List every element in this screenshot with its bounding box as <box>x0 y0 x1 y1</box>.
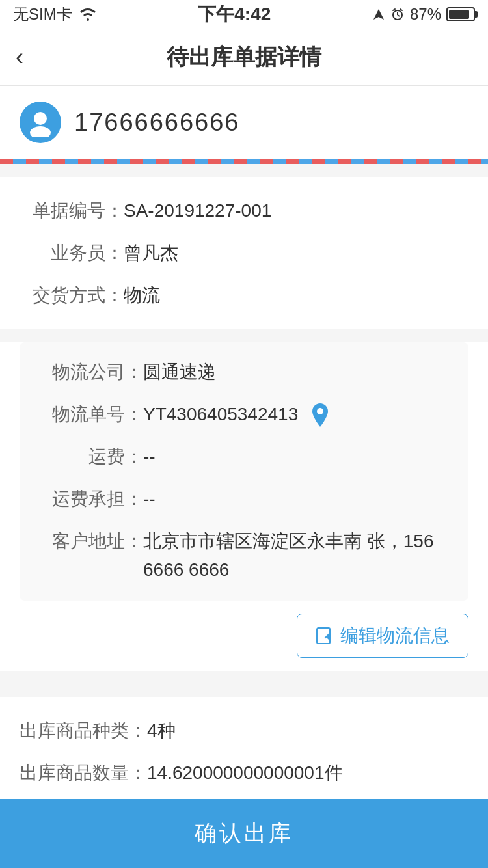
freight-bearer-label: 运费承担： <box>39 485 143 514</box>
logistics-company-value: 圆通速递 <box>143 358 449 387</box>
page-title: 待出库单据详情 <box>167 42 321 72</box>
logistics-tracking-row: 物流单号： YT4306405342413 <box>39 400 449 429</box>
edit-logistics-label: 编辑物流信息 <box>340 623 450 648</box>
confirm-button[interactable]: 确认出库 <box>20 819 468 848</box>
edit-icon <box>316 627 334 645</box>
svg-point-5 <box>317 408 323 414</box>
address-value: 北京市市辖区海淀区永丰南 张，156 6666 6666 <box>143 527 449 586</box>
nav-bar: ‹ 待出库单据详情 <box>0 29 488 86</box>
order-number-value: SA-20191227-001 <box>124 197 468 226</box>
svg-line-2 <box>398 15 400 16</box>
delivery-method-row: 交货方式： 物流 <box>20 281 468 310</box>
goods-types-label: 出库商品种类： <box>20 716 147 746</box>
goods-types-row: 出库商品种类： 4种 <box>20 716 468 746</box>
address-row: 客户地址： 北京市市辖区海淀区永丰南 张，156 6666 6666 <box>39 527 449 586</box>
goods-types-value: 4种 <box>147 716 468 746</box>
goods-quantity-label: 出库商品数量： <box>20 759 147 788</box>
order-number-row: 单据编号： SA-20191227-001 <box>20 197 468 226</box>
address-label: 客户地址： <box>39 527 143 556</box>
delivery-method-value: 物流 <box>124 281 468 310</box>
goods-quantity-value: 14.620000000000001件 <box>147 759 468 788</box>
svg-point-3 <box>34 112 47 125</box>
status-bar: 无SIM卡 下午4:42 87% <box>0 0 488 29</box>
dashed-separator <box>0 159 488 164</box>
user-phone: 17666666666 <box>74 109 239 137</box>
location-icon <box>372 8 385 21</box>
order-info-section: 单据编号： SA-20191227-001 业务员： 曾凡杰 交货方式： 物流 <box>0 177 488 329</box>
logistics-card: 物流公司： 圆通速递 物流单号： YT4306405342413 <box>20 342 468 601</box>
sales-person-label: 业务员： <box>20 239 124 268</box>
edit-logistics-section: 编辑物流信息 <box>0 601 488 671</box>
back-button[interactable]: ‹ <box>16 44 23 71</box>
freight-bearer-value: -- <box>143 485 449 514</box>
freight-bearer-row: 运费承担： -- <box>39 485 449 514</box>
sales-person-value: 曾凡杰 <box>124 239 468 268</box>
alarm-icon <box>390 7 405 21</box>
avatar <box>20 102 61 143</box>
edit-logistics-button[interactable]: 编辑物流信息 <box>297 614 468 658</box>
delivery-method-label: 交货方式： <box>20 281 124 310</box>
status-left: 无SIM卡 <box>13 4 97 25</box>
battery-icon <box>446 7 475 21</box>
status-time: 下午4:42 <box>198 2 271 27</box>
logistics-tracking-label: 物流单号： <box>39 400 143 429</box>
battery-percentage: 87% <box>410 5 441 23</box>
logistics-tracking-value: YT4306405342413 <box>143 400 449 429</box>
map-pin-icon[interactable] <box>308 403 332 427</box>
goods-section: 出库商品种类： 4种 出库商品数量： 14.620000000000001件 <box>0 697 488 807</box>
goods-quantity-row: 出库商品数量： 14.620000000000001件 <box>20 759 468 788</box>
status-right: 87% <box>372 5 475 23</box>
logistics-company-label: 物流公司： <box>39 358 143 387</box>
wifi-icon <box>79 8 97 21</box>
freight-label: 运费： <box>39 442 143 472</box>
logistics-company-row: 物流公司： 圆通速递 <box>39 358 449 387</box>
sales-person-row: 业务员： 曾凡杰 <box>20 239 468 268</box>
freight-row: 运费： -- <box>39 442 449 472</box>
user-section: 17666666666 <box>0 86 488 159</box>
section-divider-1 <box>0 671 488 684</box>
freight-value: -- <box>143 442 449 472</box>
confirm-btn-container: 确认出库 <box>0 799 488 868</box>
order-number-label: 单据编号： <box>20 197 124 226</box>
svg-point-4 <box>30 126 51 137</box>
carrier-text: 无SIM卡 <box>13 4 72 25</box>
